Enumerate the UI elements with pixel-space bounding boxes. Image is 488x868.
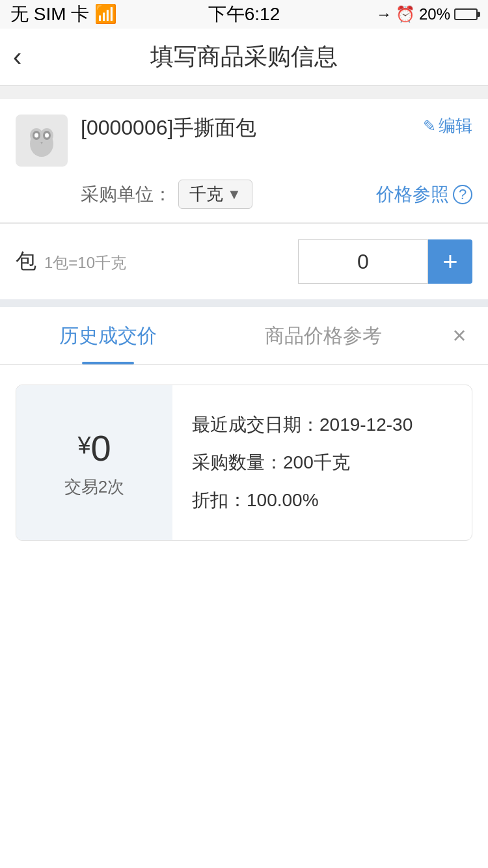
chevron-down-icon: ▼ (227, 186, 241, 203)
status-time: 下午6:12 (208, 2, 280, 27)
purchase-unit-label: 采购单位： (81, 182, 172, 207)
product-name: [0000006]手撕面包 (81, 115, 423, 142)
edit-icon: ✎ (423, 117, 436, 135)
price-value: 0 (90, 427, 111, 468)
discount-value: 100.00% (247, 490, 319, 510)
status-bar: 无 SIM 卡 📶 下午6:12 → ⏰ 20% (0, 0, 488, 29)
tab-close-button[interactable]: × (431, 307, 488, 364)
history-content: ¥0 交易2次 最近成交日期：2019-12-30 采购数量：200千克 折扣：… (0, 365, 488, 560)
alarm-icon: ⏰ (396, 5, 415, 23)
recent-date-label: 最近成交日期： (192, 414, 319, 435)
location-icon: → (376, 5, 392, 23)
history-card-right: 最近成交日期：2019-12-30 采购数量：200千克 折扣：100.00% (172, 385, 472, 540)
help-icon: ? (453, 185, 472, 204)
quantity-plus-button[interactable]: + (428, 239, 472, 284)
product-header: [0000006]手撕面包 ✎ 编辑 (16, 115, 472, 167)
unit-value: 千克 (189, 183, 223, 206)
edit-button[interactable]: ✎ 编辑 (423, 115, 472, 137)
unit-select-button[interactable]: 千克 ▼ (178, 180, 252, 209)
tab-history-price[interactable]: 历史成交价 (0, 307, 215, 364)
back-icon: ‹ (13, 42, 21, 71)
battery-percent: 20% (419, 5, 450, 23)
purchase-qty-label: 采购数量： (192, 452, 283, 472)
trade-count: 交易2次 (64, 476, 124, 498)
tab-active-indicator (82, 362, 134, 364)
product-bottom-row: 采购单位： 千克 ▼ 价格参照 ? (16, 180, 472, 209)
battery-icon (454, 8, 478, 20)
recent-date-value: 2019-12-30 (319, 414, 413, 435)
edit-label: 编辑 (439, 115, 472, 137)
history-price: ¥0 (77, 427, 111, 469)
status-right: → ⏰ 20% (376, 5, 478, 23)
nav-bar: ‹ 填写商品采购信息 (0, 29, 488, 86)
back-button[interactable]: ‹ (13, 42, 52, 72)
price-ref-button[interactable]: 价格参照 ? (376, 182, 472, 207)
product-card: [0000006]手撕面包 ✎ 编辑 采购单位： 千克 ▼ 价格参照 ? (0, 99, 488, 222)
currency-symbol: ¥ (77, 432, 90, 459)
svg-point-5 (34, 133, 38, 138)
tab-bar: 历史成交价 商品价格参考 × (0, 307, 488, 365)
product-logo (22, 121, 61, 160)
section-divider (0, 299, 488, 307)
quantity-input[interactable]: 0 (298, 239, 428, 284)
discount-label: 折扣： (192, 490, 247, 510)
purchase-qty-row: 采购数量：200千克 (192, 449, 452, 476)
plus-icon: + (442, 247, 457, 277)
price-ref-label: 价格参照 (376, 182, 449, 207)
discount-row: 折扣：100.00% (192, 487, 452, 514)
svg-point-6 (45, 133, 49, 138)
tab-product-price-ref[interactable]: 商品价格参考 (215, 307, 431, 364)
tab-price-ref-label: 商品价格参考 (265, 323, 382, 349)
product-logo-svg (22, 121, 61, 160)
history-card: ¥0 交易2次 最近成交日期：2019-12-30 采购数量：200千克 折扣：… (16, 385, 472, 541)
close-icon: × (452, 322, 466, 349)
quantity-row: 包 1包=10千克 0 + (0, 223, 488, 299)
bottom-area (0, 560, 488, 868)
history-card-left: ¥0 交易2次 (16, 385, 172, 540)
quantity-value: 0 (357, 250, 369, 274)
quantity-label-group: 包 1包=10千克 (16, 247, 126, 276)
quantity-unit-label: 包 (16, 247, 36, 276)
product-thumbnail (16, 115, 68, 167)
status-carrier: 无 SIM 卡 📶 (10, 2, 117, 27)
quantity-conversion: 1包=10千克 (44, 252, 126, 273)
purchase-qty-value: 200千克 (283, 452, 350, 472)
page-title: 填写商品采购信息 (150, 41, 338, 73)
purchase-unit-row: 采购单位： 千克 ▼ (81, 180, 252, 209)
recent-date-row: 最近成交日期：2019-12-30 (192, 411, 452, 439)
product-info: [0000006]手撕面包 (16, 115, 423, 167)
quantity-input-group: 0 + (298, 239, 472, 284)
tab-history-label: 历史成交价 (59, 323, 157, 349)
